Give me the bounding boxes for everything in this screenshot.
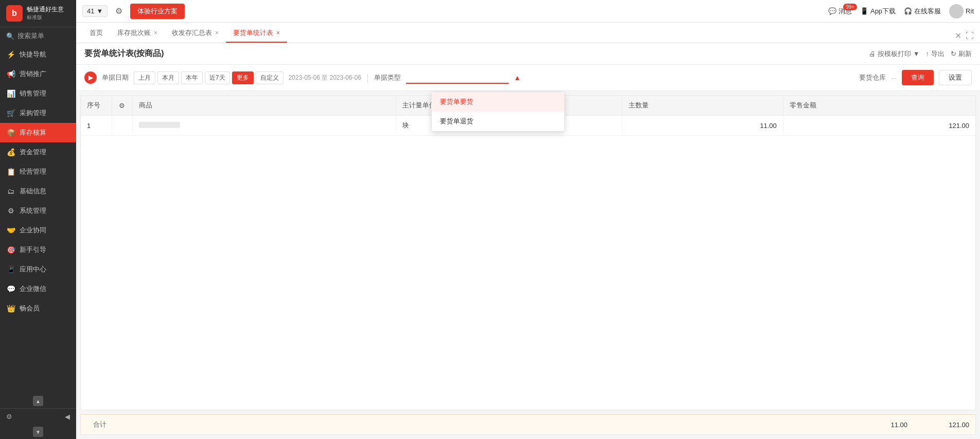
tab-receivable-close[interactable]: × <box>215 29 219 36</box>
date-btn-custom[interactable]: 自定义 <box>256 71 283 84</box>
print-template-btn[interactable]: 🖨 按模板打印 ▼ <box>869 49 920 59</box>
user-profile[interactable]: Rit <box>949 4 974 19</box>
sidebar: b 畅捷通好生意 标准版 🔍 搜索菜单 ⚡ 快捷导航 📢 营销推广 📊 销售管理… <box>0 0 76 439</box>
date-filter-label: 单据日期 <box>102 73 129 82</box>
message-icon: 💬 <box>828 7 836 15</box>
warehouse-filter-label: 要货仓库 <box>859 73 886 82</box>
operations-icon: 📋 <box>6 167 15 176</box>
system-icon: ⚙ <box>6 206 15 215</box>
sidebar-item-label: 快捷导航 <box>20 50 46 59</box>
search-menu[interactable]: 🔍 搜索菜单 <box>0 27 76 45</box>
sidebar-item-purchase[interactable]: 🛒 采购管理 <box>0 103 76 123</box>
close-all-icon[interactable]: ✕ <box>955 31 961 41</box>
search-icon: 🔍 <box>6 32 14 40</box>
tab-demand-close[interactable]: × <box>276 29 280 36</box>
refresh-icon: ↻ <box>951 50 956 58</box>
guide-icon: 🎯 <box>6 245 15 254</box>
online-service-btn[interactable]: 🎧 在线客服 <box>904 7 941 16</box>
refresh-btn[interactable]: ↻ 刷新 <box>951 49 972 59</box>
export-label: 导出 <box>931 49 945 59</box>
messages-btn[interactable]: 💬 消息 99+ <box>828 7 852 16</box>
type-filter-label: 单据类型 <box>374 73 401 82</box>
date-btn-this-year[interactable]: 本年 <box>181 71 203 84</box>
tab-batch-account[interactable]: 库存批次账 × <box>110 24 165 43</box>
sidebar-item-basic-info[interactable]: 🗂 基础信息 <box>0 181 76 201</box>
collapse-icon[interactable]: ◀ <box>65 413 70 420</box>
scroll-down-icon[interactable]: ▼ <box>33 427 43 437</box>
warehouse-filter-dots[interactable]: ··· <box>891 74 897 82</box>
export-btn[interactable]: ↑ 导出 <box>926 49 945 59</box>
tab-batch-account-close[interactable]: × <box>154 29 157 36</box>
tab-demand-summary[interactable]: 要货单统计表 × <box>226 24 287 43</box>
type-dropdown: 要货单要货 要货单退货 <box>431 92 565 132</box>
page-title: 要货单统计表(按商品) <box>84 48 164 59</box>
page-header: 要货单统计表(按商品) 🖨 按模板打印 ▼ ↑ 导出 ↻ 刷新 <box>76 43 980 65</box>
type-filter-arrow[interactable]: ▲ <box>514 74 521 82</box>
sidebar-item-sales[interactable]: 📊 销售管理 <box>0 84 76 103</box>
th-settings[interactable]: ⚙ <box>112 96 132 116</box>
filter-expand-btn[interactable]: ▶ <box>84 71 97 84</box>
dropdown-item-demand-purchase[interactable]: 要货单要货 <box>432 92 564 112</box>
sidebar-item-label: 企业微信 <box>20 284 46 294</box>
tab-receivable-summary[interactable]: 收发存汇总表 × <box>165 24 226 43</box>
footer-amount: 121.00 <box>918 421 969 429</box>
tab-count-selector[interactable]: 41 ▼ <box>82 5 108 17</box>
sidebar-item-label: 经营管理 <box>20 167 46 176</box>
sidebar-logo: b 畅捷通好生意 标准版 <box>0 0 76 27</box>
export-icon: ↑ <box>926 50 930 58</box>
sidebar-scroll-down: ▼ <box>0 425 76 439</box>
footer-qty: 11.00 <box>866 421 907 429</box>
sidebar-item-enterprise[interactable]: 🤝 企业协同 <box>0 221 76 240</box>
user-name: Rit <box>966 7 974 15</box>
sidebar-item-inventory[interactable]: 📦 库存核算 <box>0 123 76 142</box>
date-btn-last-7days[interactable]: 近7天 <box>205 71 230 84</box>
quick-nav-icon: ⚡ <box>6 50 15 59</box>
sidebar-item-label: 基础信息 <box>20 187 46 196</box>
sidebar-item-guide[interactable]: 🎯 新手引导 <box>0 240 76 260</box>
date-btn-prev-month[interactable]: 上月 <box>134 71 155 84</box>
sidebar-scroll-up: ▲ <box>0 394 76 408</box>
tab-global-close: ✕ ⛶ <box>955 31 974 43</box>
member-icon: 👑 <box>6 304 15 313</box>
type-filter-input[interactable] <box>406 72 509 84</box>
sidebar-item-label: 营销推广 <box>20 69 46 79</box>
topbar-settings-btn[interactable]: ⚙ <box>112 4 126 19</box>
sidebar-item-operations[interactable]: 📋 经营管理 <box>0 162 76 181</box>
maximize-icon[interactable]: ⛶ <box>966 31 974 41</box>
query-btn[interactable]: 查询 <box>902 70 934 85</box>
finance-icon: 💰 <box>6 148 15 157</box>
sidebar-item-quick-nav[interactable]: ⚡ 快捷导航 <box>0 45 76 64</box>
avatar <box>949 4 964 19</box>
tab-home[interactable]: 首页 <box>82 24 110 43</box>
sidebar-item-finance[interactable]: 💰 资金管理 <box>0 142 76 162</box>
page-actions: 🖨 按模板打印 ▼ ↑ 导出 ↻ 刷新 <box>869 49 972 59</box>
sidebar-collapse[interactable]: ⚙ ◀ <box>0 408 76 425</box>
sidebar-item-member[interactable]: 👑 畅会员 <box>0 299 76 318</box>
th-qty: 主数量 <box>622 96 783 116</box>
sidebar-item-system[interactable]: ⚙ 系统管理 <box>0 201 76 221</box>
app-download-btn[interactable]: 📱 App下载 <box>860 7 896 16</box>
app-center-icon: 📱 <box>6 265 15 274</box>
headset-icon: 🎧 <box>904 7 912 15</box>
sidebar-item-label: 库存核算 <box>20 128 46 137</box>
tab-home-label: 首页 <box>90 28 103 38</box>
scroll-up-icon[interactable]: ▲ <box>33 396 43 406</box>
gear-icon: ⚙ <box>119 102 125 109</box>
settings-btn[interactable]: 设置 <box>939 70 972 85</box>
date-btn-this-month[interactable]: 本月 <box>157 71 179 84</box>
trial-btn[interactable]: 体验行业方案 <box>130 4 185 19</box>
th-product: 商品 <box>132 96 396 116</box>
date-buttons: 上月 本月 本年 近7天 更多 自定义 <box>134 71 283 84</box>
product-placeholder <box>139 122 180 128</box>
enterprise-icon: 🤝 <box>6 226 15 235</box>
dropdown-item-demand-return[interactable]: 要货单退货 <box>432 112 564 131</box>
sidebar-item-wechat[interactable]: 💬 企业微信 <box>0 279 76 299</box>
sidebar-item-marketing[interactable]: 📢 营销推广 <box>0 64 76 84</box>
settings-icon[interactable]: ⚙ <box>6 413 12 420</box>
sidebar-item-label: 采购管理 <box>20 108 46 118</box>
date-btn-more[interactable]: 更多 <box>232 71 254 84</box>
sidebar-item-app-center[interactable]: 📱 应用中心 <box>0 260 76 279</box>
table-area: 序号 ⚙ 商品 主计量单位 主数量 零售金额 1 <box>80 95 976 410</box>
sidebar-item-label: 系统管理 <box>20 206 46 215</box>
page-content: 要货单统计表(按商品) 🖨 按模板打印 ▼ ↑ 导出 ↻ 刷新 <box>76 43 980 439</box>
